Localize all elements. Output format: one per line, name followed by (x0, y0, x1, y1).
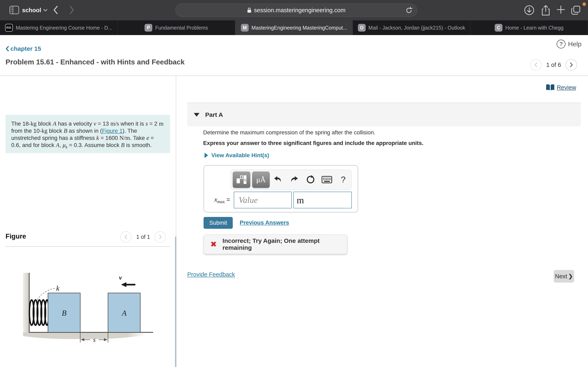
reset-button[interactable] (302, 175, 319, 184)
forward-button[interactable] (69, 5, 75, 15)
downloads-icon[interactable] (524, 5, 535, 16)
ground-texture (23, 332, 146, 339)
answer-row: xmax = (204, 192, 359, 208)
prev-figure-button[interactable] (120, 231, 132, 243)
tab-label: Fundamental Problems (155, 25, 208, 31)
url-text: session.masteringengineering.com (254, 7, 346, 14)
incorrect-x-icon: ✖ (210, 240, 217, 249)
book-icon (546, 84, 555, 91)
reset-icon (306, 175, 315, 184)
question-text: Determine the maximum compression of the… (203, 129, 375, 136)
tab-outlook-mail[interactable]: O Mail - Jackson, Jordan (jjack215) - Ou… (353, 20, 470, 35)
tab-fundamental-problems[interactable]: P Fundamental Problems (118, 20, 235, 35)
d2l-favicon: D2L (5, 24, 13, 32)
part-a-header[interactable]: Part A (187, 103, 581, 126)
o-favicon: O (358, 24, 366, 32)
figure-divider (6, 246, 170, 247)
help-icon: ? (557, 40, 566, 49)
reload-icon[interactable] (405, 7, 413, 14)
spring-stiffness-label: k (56, 284, 60, 292)
tab-mastering-engineering[interactable]: M MasteringEngineering MasteringComput..… (235, 20, 353, 35)
c-favicon: C (495, 24, 502, 32)
tab-overview-icon[interactable] (571, 5, 581, 16)
tab-course-home[interactable]: D2L Mastering Engineering Course Home - … (0, 20, 118, 35)
velocity-label: v (119, 274, 122, 281)
figure-pagination: 1 of 1 (136, 234, 150, 240)
expand-caret-icon (205, 153, 208, 158)
problem-pagination: 1 of 6 (546, 62, 561, 68)
header-divider (0, 75, 588, 76)
lock-icon (247, 7, 251, 13)
answer-unit-input[interactable] (293, 192, 352, 208)
figure-diagram: k B A v s (17, 271, 158, 357)
tab-chegg[interactable]: C Home - Learn with Chegg (470, 20, 588, 35)
block-a-label: A (121, 309, 127, 317)
review-link[interactable]: Review (546, 84, 576, 91)
recording-indicator-dot (582, 2, 586, 6)
equation-help-button[interactable]: ? (335, 175, 351, 184)
answer-value-input[interactable] (234, 192, 292, 208)
problem-statement: The 18-kg block A has a velocity v = 13 … (6, 115, 170, 153)
share-icon[interactable] (541, 5, 551, 16)
figure-header: Figure 1 of 1 (6, 233, 170, 240)
units-button[interactable]: μÅ (252, 171, 270, 188)
spring (29, 300, 49, 325)
previous-answers-link[interactable]: Previous Answers (240, 219, 289, 226)
keyboard-icon (321, 176, 332, 183)
feedback-banner: ✖ Incorrect; Try Again; One attempt rema… (204, 234, 347, 254)
symbol-palette-icon (236, 175, 247, 184)
next-figure-button[interactable] (155, 231, 166, 243)
address-bar[interactable]: session.masteringengineering.com (175, 3, 417, 17)
figure-link[interactable]: Figure 1 (102, 128, 122, 134)
distance-label: s (93, 336, 95, 343)
back-button[interactable] (53, 5, 58, 15)
prev-problem-button[interactable] (530, 59, 542, 71)
new-tab-icon[interactable] (556, 5, 566, 14)
profile-switcher[interactable]: school (22, 0, 48, 20)
p-favicon: P (145, 24, 152, 32)
next-button[interactable]: Next ❯ (554, 270, 574, 283)
velocity-arrowhead (121, 282, 126, 287)
chevron-left-icon (6, 46, 9, 52)
submit-button[interactable]: Submit (204, 217, 233, 229)
tab-label: Mail - Jackson, Jordan (jjack215) - Outl… (369, 25, 465, 31)
figure-pager: 1 of 1 (120, 231, 166, 243)
page-title: Problem 15.61 - Enhanced - with Hints an… (6, 58, 185, 66)
wall-texture (23, 273, 29, 332)
profile-name: school (22, 7, 41, 14)
browser-toolbar: school session.masteringengineering.com (0, 0, 588, 20)
sidebar-toggle-icon[interactable] (9, 6, 19, 14)
collapse-caret-icon (194, 113, 199, 117)
keyboard-button[interactable] (319, 176, 335, 183)
feedback-message: Incorrect; Try Again; One attempt remain… (223, 237, 347, 251)
m-favicon: M (241, 24, 249, 32)
block-b-label: B (62, 309, 66, 317)
answer-instruction: Express your answer to three significant… (203, 140, 424, 146)
next-problem-button[interactable] (566, 59, 577, 71)
equation-toolbar: μÅ (231, 170, 352, 190)
breadcrumb-chapter-link[interactable]: chapter 15 (6, 45, 41, 52)
tab-label: MasteringEngineering MasteringComput... (251, 25, 347, 31)
tab-label: Mastering Engineering Course Home - D... (16, 25, 112, 31)
figure-title: Figure (6, 233, 26, 240)
answer-variable-label: xmax = (204, 196, 230, 204)
part-a-label: Part A (205, 111, 223, 118)
redo-button[interactable] (286, 176, 302, 184)
symbol-palette-button[interactable] (233, 171, 250, 188)
page-content: ? Help chapter 15 Problem 15.61 - Enhanc… (0, 35, 588, 367)
help-label: Help (568, 40, 581, 48)
redo-icon (290, 176, 298, 184)
provide-feedback-link[interactable]: Provide Feedback (187, 271, 235, 278)
left-panel-scrollbar[interactable] (175, 236, 176, 367)
view-hints-link[interactable]: View Available Hint(s) (205, 152, 269, 159)
help-icon: ? (341, 175, 346, 184)
help-link[interactable]: ? Help (557, 40, 581, 49)
tab-bar: D2L Mastering Engineering Course Home - … (0, 20, 588, 35)
units-icon: μÅ (256, 175, 265, 184)
tab-label: Home - Learn with Chegg (505, 25, 563, 31)
undo-icon (274, 176, 282, 184)
chevron-right-icon: ❯ (568, 273, 573, 280)
answer-widget: μÅ (204, 165, 358, 212)
undo-button[interactable] (270, 176, 286, 184)
chevron-down-icon (43, 9, 48, 12)
